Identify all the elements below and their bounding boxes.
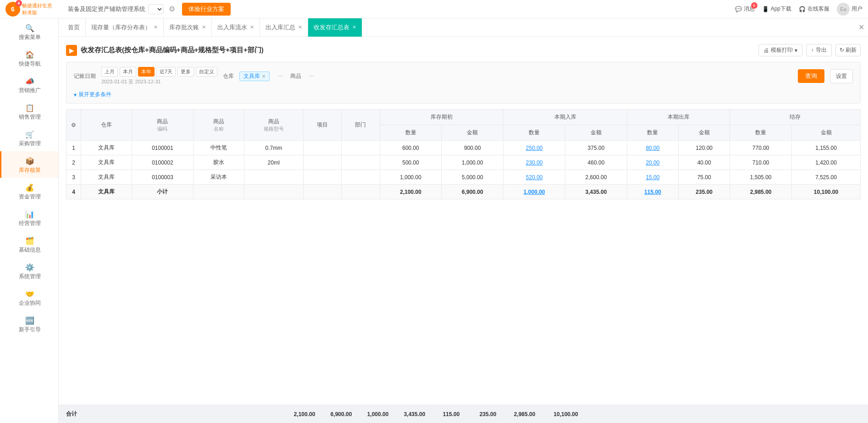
row3-code: 0100003 (132, 170, 194, 185)
message-badge: 6 (751, 2, 757, 9)
expand-conditions-btn[interactable]: ▾ 展开更多条件 (74, 91, 111, 99)
date-btn-7days[interactable]: 近7天 (156, 67, 176, 77)
close-tab-icon[interactable]: ✕ (202, 24, 206, 30)
app-download-item[interactable]: 📱 App下载 (762, 5, 791, 13)
sidebar-item-label: 营销推广 (19, 87, 41, 94)
tab-batch[interactable]: 库存批次账 ✕ (164, 18, 212, 37)
sidebar-item-search[interactable]: 🔍 搜索菜单 (0, 18, 58, 45)
table-row: 1 文具库 0100001 中性笔 0.7mm 600.00 900.00 (66, 141, 861, 155)
close-tab-icon[interactable]: ✕ (154, 24, 158, 30)
row1-no: 1 (66, 141, 81, 155)
sidebar-item-operations[interactable]: 📊 经营管理 (0, 204, 58, 231)
th-goods-name: 商品名称 (194, 110, 244, 141)
date-shortcuts: 上月 本月 本年 近7天 更多 自定义 (101, 67, 217, 77)
row1-close-qty: 770.00 (730, 141, 792, 155)
row2-in-qty[interactable]: 230.00 (503, 155, 565, 170)
dropdown-icon: ▾ (795, 47, 797, 54)
setting-button[interactable]: 设置 (830, 69, 853, 83)
row3-out-qty[interactable]: 15.00 (627, 170, 678, 185)
subtotal-in-amt: 3,435.00 (565, 185, 627, 199)
row1-open-amt: 900.00 (442, 141, 503, 155)
date-btn-prev-month[interactable]: 上月 (101, 67, 118, 77)
tab-recv-send[interactable]: 收发存汇总表 ✕ (308, 18, 362, 37)
row2-out-qty[interactable]: 20.00 (627, 155, 678, 170)
sidebar-item-basic[interactable]: 🗂️ 基础信息 (0, 231, 58, 258)
row1-out-qty[interactable]: 80.00 (627, 141, 678, 155)
subtotal-close-qty: 2,985.00 (730, 185, 792, 199)
subtotal-project (303, 185, 342, 199)
sidebar-item-label: 系统管理 (19, 273, 41, 280)
close-all-tabs-icon[interactable]: ✕ (858, 23, 864, 32)
filter-row-1: 记账日期 上月 本月 本年 近7天 更多 自定义 20 (74, 67, 853, 85)
row2-spec: 20ml (244, 155, 303, 170)
guide-icon: 🆕 (25, 316, 34, 325)
top-bar: 6 6 畅捷通好生意 标准版 装备及固定资产辅助管理系统 ⚙ 体验行业方案 💬 … (0, 0, 868, 18)
logo-icon: 6 6 (6, 2, 20, 16)
online-service-item[interactable]: 🎧 在线客服 (799, 5, 829, 13)
sidebar-item-label: 采购管理 (19, 140, 41, 148)
expand-icon: ▾ (74, 92, 77, 98)
sidebar-item-label: 经营管理 (19, 220, 41, 227)
date-btn-this-month[interactable]: 本月 (120, 67, 136, 77)
gear-button[interactable]: ⚙ (166, 3, 178, 16)
th-out: 本期出库 (627, 110, 730, 125)
row2-in-amt: 460.00 (565, 155, 627, 170)
refresh-button[interactable]: ↻ 刷新 (835, 44, 861, 56)
collapse-btn[interactable]: ▶ (66, 45, 77, 56)
print-button[interactable]: 🖨 模板打印 ▾ (758, 44, 802, 56)
row3-project (303, 170, 342, 185)
sidebar-item-inventory[interactable]: 📦 库存核算 (0, 151, 58, 178)
subtotal-in-qty[interactable]: 1,000.00 (503, 185, 565, 199)
row2-out-amt: 40.00 (679, 155, 730, 170)
sidebar-item-marketing[interactable]: 📣 营销推广 (0, 71, 58, 98)
date-filter-col: 上月 本月 本年 近7天 更多 自定义 2023-01-01 至 2023-12… (101, 67, 217, 85)
query-button[interactable]: 查询 (798, 69, 824, 83)
row1-name: 中性笔 (194, 141, 244, 155)
th-open-amt: 金额 (442, 125, 503, 141)
subtotal-dept (342, 185, 380, 199)
bottom-bar: 合计 2,100.00 6,900.00 1,000.00 3,435.00 1… (59, 405, 868, 423)
system-selector[interactable] (148, 4, 164, 14)
row1-open-qty: 600.00 (380, 141, 442, 155)
sidebar-item-quick-nav[interactable]: 🏠 快捷导航 (0, 45, 58, 71)
export-button[interactable]: ↑ 导出 (806, 44, 832, 56)
sidebar-item-guide[interactable]: 🆕 新手引导 (0, 311, 58, 337)
row1-in-qty[interactable]: 250.00 (503, 141, 565, 155)
total-in-amt: 3,435.00 (396, 411, 433, 418)
subtotal-open-qty: 2,100.00 (380, 185, 442, 199)
user-item[interactable]: Ea 用户 (837, 3, 862, 16)
sidebar-item-finance[interactable]: 💰 资金管理 (0, 178, 58, 204)
sidebar-item-enterprise[interactable]: 🤝 企业协同 (0, 284, 58, 311)
row3-spec (244, 170, 303, 185)
refresh-icon: ↻ (840, 47, 844, 53)
goods-more-icon[interactable]: ··· (307, 72, 316, 80)
date-btn-this-year[interactable]: 本年 (138, 67, 155, 77)
date-btn-more[interactable]: 更多 (177, 67, 194, 77)
date-btn-custom[interactable]: 自定义 (196, 67, 217, 77)
subtotal-out-amt: 235.00 (679, 185, 730, 199)
row3-open-qty: 1,000.00 (380, 170, 442, 185)
remove-warehouse-icon[interactable]: ✕ (262, 74, 265, 79)
tab-inout-flow[interactable]: 出入库流水 ✕ (212, 18, 260, 37)
sidebar-item-label: 销售管理 (19, 113, 41, 121)
close-tab-icon[interactable]: ✕ (250, 24, 254, 30)
subtotal-spec (244, 185, 303, 199)
sidebar-item-system[interactable]: ⚙️ 系统管理 (0, 258, 58, 284)
row3-in-qty[interactable]: 520.00 (503, 170, 565, 185)
message-item[interactable]: 💬 消息 6 (735, 5, 755, 13)
th-settings[interactable]: ⚙ (66, 110, 81, 141)
subtotal-close-amt: 10,100.00 (792, 185, 861, 199)
tab-inventory-dist[interactable]: 现存量（库存分布表） ✕ (86, 18, 164, 37)
logo-text: 畅捷通好生意 标准版 (22, 2, 52, 16)
sidebar-item-purchase[interactable]: 🛒 采购管理 (0, 125, 58, 151)
close-tab-icon[interactable]: ✕ (352, 24, 356, 30)
tab-inout-summary[interactable]: 出入库汇总 ✕ (260, 18, 308, 37)
warehouse-more-icon[interactable]: ··· (275, 72, 285, 80)
sidebar-item-sales[interactable]: 📋 销售管理 (0, 98, 58, 125)
data-table: ⚙ 仓库 商品编码 商品名称 商品规格型号 项目 部门 库存期初 本期入库 (66, 109, 861, 199)
system-title: 装备及固定资产辅助管理系统 (68, 5, 145, 13)
tab-home[interactable]: 首页 (62, 18, 86, 37)
close-tab-icon[interactable]: ✕ (298, 24, 302, 30)
try-button[interactable]: 体验行业方案 (182, 3, 231, 16)
subtotal-out-qty[interactable]: 115.00 (627, 185, 678, 199)
